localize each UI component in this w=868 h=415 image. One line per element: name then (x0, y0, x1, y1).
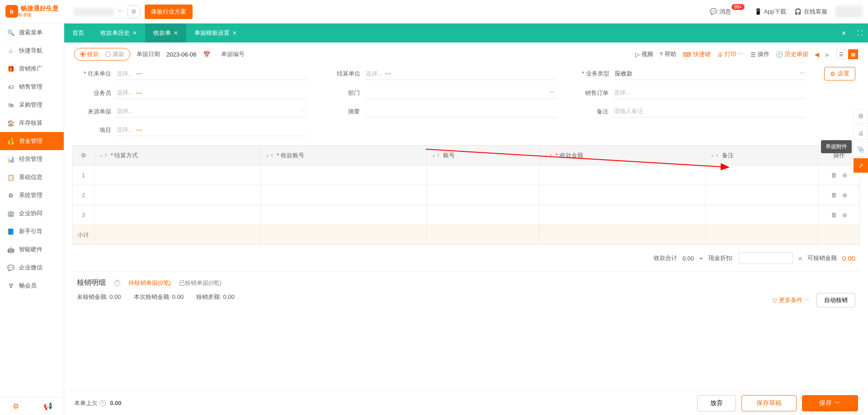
field-biztype-select[interactable]: 应收款﹀ (614, 68, 806, 80)
radio-receive[interactable]: 收款 (80, 50, 99, 58)
field-remark-input[interactable]: 请输入备注 (613, 105, 805, 118)
cell-settle[interactable] (94, 205, 261, 225)
history-button[interactable]: 🕘历史单据 (776, 50, 808, 58)
sidebar-item-5[interactable]: 🏠库存核算 (0, 114, 64, 132)
sidebar-item-11[interactable]: 📘新手引导 (0, 222, 64, 241)
tab-verified[interactable]: 已核销单据(0笔) (179, 279, 222, 287)
help-icon[interactable]: ? (99, 400, 106, 406)
print-button[interactable]: 🖨打印 ﹀ (717, 50, 744, 58)
th-remark[interactable]: ▲▼备注 (705, 146, 818, 165)
tab-0[interactable]: 首页 (64, 24, 92, 42)
video-button[interactable]: ▷视频 (635, 50, 653, 58)
more-icon[interactable]: ⋯ (136, 127, 143, 133)
cell-acct[interactable] (260, 165, 427, 185)
support-link[interactable]: 🎧 在线客服 (794, 8, 827, 16)
cell-settle[interactable] (94, 165, 261, 185)
sidebar-item-8[interactable]: 📋基础信息 (0, 168, 64, 186)
tab-close-all-button[interactable]: ✕ (835, 30, 852, 37)
save-button[interactable]: 保存﹀ (802, 395, 858, 411)
sidebar-item-2[interactable]: 🎁营销推广 (0, 60, 64, 78)
rail-draft-button[interactable]: 草 (854, 109, 868, 124)
cell-acctno[interactable] (427, 205, 539, 225)
cell-amount[interactable] (539, 185, 706, 205)
more-icon[interactable]: ⋯ (136, 90, 143, 96)
auto-verify-button[interactable]: 自动核销 (816, 293, 855, 307)
tab-3[interactable]: 单据模板设置✕ (186, 24, 245, 42)
add-row-button[interactable]: ⊕ (842, 212, 847, 218)
sidebar-collapse-button[interactable]: 📢 (32, 397, 64, 415)
view-form-button[interactable]: ▦ (848, 49, 858, 59)
close-icon[interactable]: ✕ (132, 30, 137, 36)
discount-input[interactable] (739, 252, 793, 264)
help-icon[interactable]: ? (114, 280, 120, 286)
tab-2[interactable]: 收款单✕ (145, 24, 186, 42)
sidebar-item-1[interactable]: ⌂快捷导航 (0, 42, 64, 60)
field-settle-input[interactable]: 选择...⋯ (365, 68, 557, 80)
sidebar-item-12[interactable]: 🤖智能硬件 (0, 241, 64, 259)
delete-row-button[interactable]: 🗑 (831, 212, 837, 218)
cell-remark[interactable] (705, 185, 818, 205)
tab-pending[interactable]: 待核销单据(0笔) (128, 279, 171, 287)
tab-fullscreen-button[interactable]: ⛶ (852, 30, 868, 37)
user-avatar-blurred[interactable] (835, 6, 863, 18)
sidebar-item-3[interactable]: 🏷销售管理 (0, 78, 64, 96)
cell-acctno[interactable] (427, 165, 539, 185)
add-row-button[interactable]: ⊕ (842, 172, 847, 179)
shortcut-button[interactable]: ⌨快捷键 (683, 50, 711, 58)
th-acct[interactable]: ▲▼收款账号 (260, 146, 427, 165)
sidebar-settings-button[interactable]: ⚙ (0, 397, 32, 415)
cell-amount[interactable] (539, 205, 706, 225)
settings-button[interactable]: ⚙设置 (824, 67, 855, 80)
sidebar-item-0[interactable]: 🔍搜索菜单 (0, 24, 64, 42)
field-salesman-input[interactable]: 选择...⋯ (116, 87, 307, 99)
sidebar-item-7[interactable]: 📊经营管理 (0, 150, 64, 168)
industry-plan-button[interactable]: 体验行业方案 (145, 5, 193, 19)
tab-1[interactable]: 收款单历史✕ (92, 24, 145, 42)
field-project-input[interactable]: 选择...⋯ (116, 124, 307, 136)
doc-date-value[interactable]: 2023-06-06 (166, 51, 197, 58)
th-gear[interactable]: ⚙ (73, 146, 94, 165)
messages-link[interactable]: 💬 消息 99+ (710, 8, 746, 16)
prev-doc-button[interactable]: ◀ (815, 51, 819, 58)
cell-acct[interactable] (260, 205, 427, 225)
table-row[interactable]: 3🗑⊕ (73, 205, 860, 225)
field-salesorder-input[interactable]: 选择... (613, 87, 805, 99)
sidebar-item-9[interactable]: ⚙系统管理 (0, 186, 64, 204)
rail-attachment-button[interactable]: 📎 (854, 142, 868, 156)
discard-button[interactable]: 放弃 (697, 395, 736, 411)
sidebar-item-4[interactable]: 🛍采购管理 (0, 96, 64, 114)
cell-acctno[interactable] (427, 185, 539, 205)
table-row[interactable]: 1🗑⊕ (73, 165, 860, 185)
cell-acct[interactable] (260, 185, 427, 205)
rail-print-button[interactable]: 🖨 (854, 126, 868, 140)
settings-gear-button[interactable]: ⚙ (127, 5, 140, 18)
delete-row-button[interactable]: 🗑 (831, 172, 837, 179)
more-conditions-button[interactable]: ▽更多条件 ﹀ (773, 296, 810, 304)
cell-settle[interactable] (94, 185, 261, 205)
cell-remark[interactable] (705, 165, 818, 185)
calendar-icon[interactable]: 📅 (203, 51, 210, 58)
view-list-button[interactable]: ☰ (836, 49, 846, 59)
cell-amount[interactable] (539, 165, 706, 185)
th-settle[interactable]: ▲▼结算方式 (94, 146, 261, 165)
table-row[interactable]: 2🗑⊕ (73, 185, 860, 205)
cell-remark[interactable] (705, 205, 818, 225)
tenant-selector[interactable]: ﹀ (73, 8, 123, 16)
app-download-link[interactable]: 📱 App下载 (755, 8, 786, 16)
sidebar-item-14[interactable]: ∇畅会员 (0, 277, 64, 295)
sidebar-item-13[interactable]: 💬企业微信 (0, 259, 64, 277)
field-dept-select[interactable]: ﹀ (364, 87, 556, 99)
save-draft-button[interactable]: 保存草稿 (741, 395, 797, 411)
field-source-select[interactable]: 选择...﹀ (116, 105, 307, 118)
delete-row-button[interactable]: 🗑 (831, 192, 837, 198)
more-icon[interactable]: ⋯ (136, 70, 143, 77)
rail-expand-button[interactable]: ⤢ (854, 158, 868, 173)
ops-button[interactable]: ☰操作 (750, 50, 769, 58)
radio-refund[interactable]: 退款 (105, 50, 124, 58)
th-amount[interactable]: ▲▼收款金额 (539, 146, 706, 165)
close-icon[interactable]: ✕ (174, 30, 178, 36)
field-partner-input[interactable]: 选择...⋯ (116, 68, 308, 80)
field-summary-input[interactable] (364, 106, 556, 118)
sidebar-item-10[interactable]: 🏢企业协同 (0, 204, 64, 222)
more-icon[interactable]: ⋯ (385, 70, 392, 77)
